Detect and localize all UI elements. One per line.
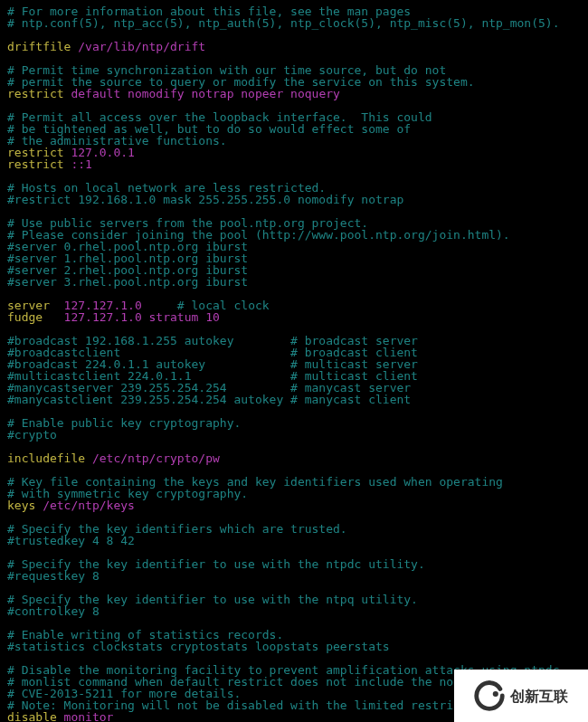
svg-point-0 — [493, 691, 498, 697]
config-file-content[interactable]: # For more information about this file, … — [0, 0, 588, 722]
code-token: driftfile — [7, 40, 71, 53]
code-token: /etc/ntp/keys — [35, 499, 135, 512]
code-token: includefile — [7, 451, 85, 465]
code-token: restrict — [7, 87, 64, 100]
code-token: #requestkey 8 — [7, 569, 100, 583]
code-token: #controlkey 8 — [7, 604, 100, 618]
watermark-logo-icon — [474, 680, 505, 711]
code-token: #crypto — [7, 428, 57, 442]
code-token: #statistics clockstats cryptostats loops… — [7, 640, 390, 653]
code-token: fudge — [7, 310, 43, 324]
code-token: default nomodify notrap nopeer noquery — [64, 87, 340, 100]
code-token: #server 3.rhel.pool.ntp.org iburst — [7, 275, 248, 289]
watermark-badge: 创新互联 — [454, 670, 588, 722]
code-token: /var/lib/ntp/drift — [71, 40, 205, 53]
code-token: disable — [7, 710, 57, 722]
code-token: #manycastclient 239.255.254.254 autokey … — [7, 393, 411, 406]
code-token: monitor — [57, 710, 114, 722]
watermark-text: 创新互联 — [510, 690, 568, 702]
code-token: # ntp.conf(5), ntp_acc(5), ntp_auth(5), … — [7, 16, 559, 30]
code-token: #restrict 192.168.1.0 mask 255.255.255.0… — [7, 193, 403, 206]
code-token: restrict — [7, 157, 64, 171]
code-token: #trustedkey 4 8 42 — [7, 534, 135, 547]
code-token: ::1 — [64, 157, 92, 171]
code-token: /etc/ntp/crypto/pw — [85, 451, 220, 465]
code-token: 127.127.1.0 stratum 10 — [43, 310, 220, 324]
code-token: keys — [7, 499, 35, 512]
